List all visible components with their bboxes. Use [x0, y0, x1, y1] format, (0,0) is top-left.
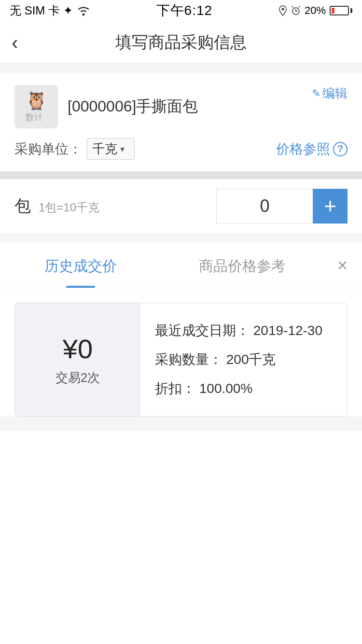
dropdown-arrow-icon: ▾	[120, 144, 125, 154]
quantity-input[interactable]	[216, 189, 313, 224]
help-icon: ?	[333, 142, 348, 156]
tab-close-button[interactable]: ×	[323, 246, 362, 285]
unit-value: 千克	[92, 140, 117, 157]
quantity-input-area: +	[216, 189, 348, 224]
plus-button[interactable]: +	[313, 189, 348, 224]
product-left: 🦉 数计 [0000006]手撕面包	[14, 85, 198, 128]
tabs-panel: 历史成交价 商品价格参考 × ¥0 交易2次 最近成交日期： 2019-12-3…	[0, 243, 362, 417]
status-time: 下午6:12	[156, 1, 213, 20]
product-logo: 🦉	[26, 90, 47, 111]
unit-section: 采购单位： 千克 ▾	[14, 138, 135, 160]
quantity-label: 包 1包=10千克	[14, 195, 99, 217]
unit-big-label: 包	[14, 195, 31, 217]
purchase-quantity-row: 采购数量： 200千克	[155, 350, 333, 370]
location-icon	[278, 5, 287, 16]
svg-point-0	[82, 14, 84, 16]
tab-price-reference[interactable]: 商品价格参考	[161, 243, 322, 288]
section-divider	[0, 171, 362, 179]
history-details-section: 最近成交日期： 2019-12-30 采购数量： 200千克 折扣： 100.0…	[140, 303, 347, 416]
alarm-icon	[291, 5, 301, 16]
status-bar: 无 SIM 卡 ✦ 下午6:12 20%	[0, 0, 362, 21]
page-title: 填写商品采购信息	[115, 31, 247, 54]
tab-history-price[interactable]: 历史成交价	[0, 243, 161, 288]
svg-point-1	[281, 8, 284, 11]
product-name: [0000006]手撕面包	[68, 96, 198, 117]
nav-bar: ‹ 填写商品采购信息	[0, 21, 362, 64]
edit-button[interactable]: ✎ 编辑	[312, 85, 348, 102]
blank-area	[0, 431, 362, 644]
back-button[interactable]: ‹	[12, 33, 18, 52]
recent-date-row: 最近成交日期： 2019-12-30	[155, 321, 333, 341]
product-footer: 采购单位： 千克 ▾ 价格参照 ?	[14, 138, 348, 160]
recent-date-value: 2019-12-30	[253, 323, 322, 338]
unit-sub-label: 1包=10千克	[39, 200, 99, 215]
svg-line-6	[299, 6, 300, 7]
discount-value: 100.00%	[199, 381, 253, 396]
battery-text: 20%	[305, 4, 326, 17]
purchase-quantity-label: 采购数量：	[155, 352, 223, 367]
price-reference-button[interactable]: 价格参照 ?	[276, 140, 348, 158]
history-price: ¥0	[63, 333, 93, 364]
product-card: 🦉 数计 [0000006]手撕面包 ✎ 编辑 采购单位： 千克 ▾ 价格参照 …	[0, 73, 362, 171]
tab-active-indicator	[66, 286, 95, 288]
unit-selector[interactable]: 千克 ▾	[87, 138, 135, 160]
status-left: 无 SIM 卡 ✦	[10, 3, 90, 18]
status-right: 20%	[278, 4, 352, 17]
purchase-quantity-value: 200千克	[226, 352, 276, 367]
sim-text: 无 SIM 卡 ✦	[10, 3, 73, 18]
wifi-icon	[77, 5, 90, 16]
discount-row: 折扣： 100.00%	[155, 378, 333, 399]
svg-line-5	[292, 6, 293, 7]
product-thumbnail: 🦉 数计	[14, 85, 58, 128]
recent-date-label: 最近成交日期：	[155, 323, 250, 338]
trade-count: 交易2次	[56, 369, 100, 386]
history-price-section: ¥0 交易2次	[15, 303, 140, 416]
edit-icon: ✎	[312, 87, 320, 100]
history-card: ¥0 交易2次 最近成交日期： 2019-12-30 采购数量： 200千克 折…	[14, 303, 348, 417]
battery-icon	[330, 6, 352, 15]
tabs-header: 历史成交价 商品价格参考 ×	[0, 243, 362, 288]
unit-label: 采购单位：	[14, 140, 82, 158]
quantity-row: 包 1包=10千克 +	[0, 179, 362, 233]
discount-label: 折扣：	[155, 381, 195, 396]
product-header: 🦉 数计 [0000006]手撕面包 ✎ 编辑	[14, 85, 348, 128]
